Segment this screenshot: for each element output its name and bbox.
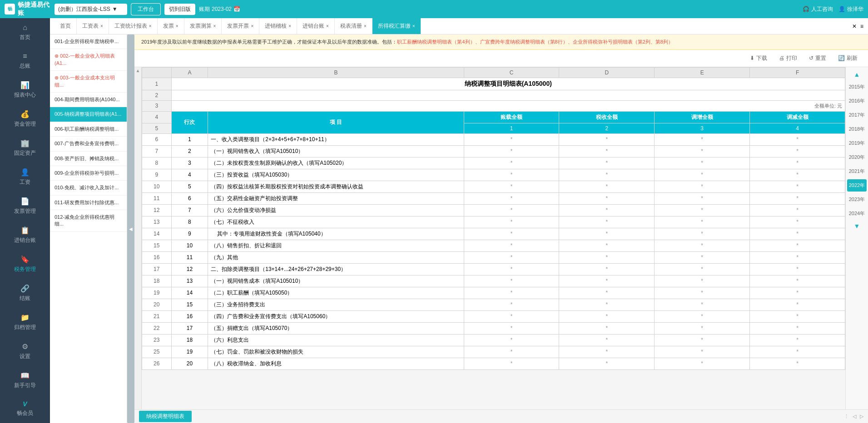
calendar-icon[interactable]: 📅 [233, 6, 240, 12]
c4-8[interactable]: * [750, 216, 845, 228]
c4-1[interactable]: * [750, 133, 845, 145]
c1-6[interactable]: * [464, 192, 559, 204]
download-button[interactable]: ⬇ 下载 [746, 53, 771, 64]
c3-6[interactable]: * [655, 192, 750, 204]
c2-5[interactable]: * [559, 181, 655, 192]
tab-invoice-open-close[interactable]: × [251, 24, 253, 29]
project-14[interactable]: （二）职工薪酬（填写A105050） [208, 287, 464, 299]
year-2021[interactable]: 2021年 [847, 165, 867, 177]
c1-1[interactable]: * [464, 133, 559, 145]
c1-14[interactable]: * [464, 287, 559, 299]
nav-item-011[interactable]: 011-研发费用加计扣除优惠... [50, 196, 127, 210]
c4-20[interactable]: * [750, 358, 845, 369]
sidebar-item-finance[interactable]: 💰 资金管理 [0, 104, 50, 133]
year-2022[interactable]: 2022年 [847, 179, 867, 192]
tab-inout-close[interactable]: × [326, 24, 329, 29]
c2-6[interactable]: * [559, 192, 655, 204]
project-12[interactable]: 二、扣除类调整项目（13+14+...24+26+27+28+29+30） [208, 263, 464, 275]
c2-16[interactable]: * [559, 310, 655, 322]
project-5[interactable]: （四）按权益法核算长期股权投资对初始投资成本调整确认收益 [208, 181, 464, 192]
sidebar-item-tax[interactable]: 🔖 税务管理 [0, 250, 50, 279]
c1-9[interactable]: * [464, 228, 559, 240]
c2-2[interactable]: * [559, 145, 655, 157]
project-4[interactable]: （三）投资收益（填写A105030） [208, 169, 464, 181]
project-11[interactable]: （九）其他 [208, 251, 464, 263]
tab-invoice-close[interactable]: × [176, 24, 179, 29]
spreadsheet-scroll[interactable]: A B C D E F [142, 67, 845, 410]
sidebar-item-home[interactable]: ⌂ 首页 [0, 18, 50, 47]
c2-9[interactable]: * [559, 228, 655, 240]
c3-10[interactable]: * [655, 240, 750, 251]
c3-9[interactable]: * [655, 228, 750, 240]
sidebar-item-assets[interactable]: 🏢 固定资产 [0, 133, 50, 162]
c3-3[interactable]: * [655, 157, 750, 169]
c4-17[interactable]: * [750, 322, 845, 334]
c3-17[interactable]: * [655, 322, 750, 334]
c4-18[interactable]: * [750, 334, 845, 346]
c1-7[interactable]: * [464, 204, 559, 216]
c4-3[interactable]: * [750, 157, 845, 169]
c4-11[interactable]: * [750, 251, 845, 263]
year-nav-up[interactable]: ▲ [852, 69, 862, 80]
sidebar-item-payroll[interactable]: 👤 工资 [0, 162, 50, 192]
c2-3[interactable]: * [559, 157, 655, 169]
c3-5[interactable]: * [655, 181, 750, 192]
c3-18[interactable]: * [655, 334, 750, 346]
refresh-button[interactable]: 🔄 刷新 [834, 53, 861, 64]
c1-13[interactable]: * [464, 275, 559, 287]
c3-14[interactable]: * [655, 287, 750, 299]
c1-4[interactable]: * [464, 169, 559, 181]
sidebar-item-ledger[interactable]: ≡ 总账 [0, 47, 50, 75]
tab-invoice-calc[interactable]: 发票测算 × [184, 18, 222, 34]
nav-item-008[interactable]: 008-资产折旧、摊销及纳税... [50, 152, 127, 166]
c4-2[interactable]: * [750, 145, 845, 157]
tab-payroll[interactable]: 工资表 × [77, 18, 109, 34]
scroll-right[interactable]: ▷ [860, 413, 863, 419]
c4-12[interactable]: * [750, 263, 845, 275]
c4-13[interactable]: * [750, 275, 845, 287]
c3-20[interactable]: * [655, 358, 750, 369]
project-13[interactable]: （一）视同销售成本（填写A105010） [208, 275, 464, 287]
tab-close-all[interactable]: ✕ [852, 23, 857, 30]
c1-17[interactable]: * [464, 322, 559, 334]
c3-8[interactable]: * [655, 216, 750, 228]
c1-8[interactable]: * [464, 216, 559, 228]
c4-5[interactable]: * [750, 181, 845, 192]
c2-19[interactable]: * [559, 346, 655, 358]
sidebar-item-close[interactable]: 🔗 结账 [0, 279, 50, 308]
sidebar-item-guide[interactable]: 📖 新手引导 [0, 366, 50, 395]
project-20[interactable]: （八）税收滞纳金、加收利息 [208, 358, 464, 369]
year-2020[interactable]: 2020年 [847, 151, 867, 163]
c1-18[interactable]: * [464, 334, 559, 346]
tab-menu[interactable]: ≡ [860, 23, 863, 30]
project-7[interactable]: （六）公允价值变动净损益 [208, 204, 464, 216]
sidebar-item-archive[interactable]: 📁 归档管理 [0, 308, 50, 337]
c4-15[interactable]: * [750, 299, 845, 310]
c4-14[interactable]: * [750, 287, 845, 299]
workbench-button[interactable]: 工作台 [131, 3, 161, 15]
sidebar-item-invoice[interactable]: 📄 发票管理 [0, 192, 50, 221]
c2-13[interactable]: * [559, 275, 655, 287]
tab-check-close[interactable]: × [288, 24, 291, 29]
sidebar-item-sales[interactable]: 📋 进销台账 [0, 221, 50, 250]
c2-1[interactable]: * [559, 133, 655, 145]
c1-12[interactable]: * [464, 263, 559, 275]
nav-item-003[interactable]: ⊗ 003-一般企业成本支出明细... [50, 71, 127, 93]
tab-taxlist[interactable]: 税表清册 × [335, 18, 372, 34]
sidebar-item-settings[interactable]: ⚙ 设置 [0, 337, 50, 366]
year-2024[interactable]: 2024年 [847, 207, 867, 220]
c3-19[interactable]: * [655, 346, 750, 358]
nav-item-005[interactable]: 005-纳税调整项目明细表(A1... [50, 107, 127, 122]
c4-16[interactable]: * [750, 310, 845, 322]
project-2[interactable]: （一）视同销售收入（填写A105010） [208, 145, 464, 157]
c1-5[interactable]: * [464, 181, 559, 192]
nav-item-004[interactable]: 004-期间费用明细表(A1040... [50, 93, 127, 107]
c2-14[interactable]: * [559, 287, 655, 299]
tab-payroll-close[interactable]: × [100, 24, 103, 29]
nav-item-002[interactable]: ⊗ 002-一般企业收入明细表(A1... [50, 49, 127, 71]
c2-7[interactable]: * [559, 204, 655, 216]
nav-item-012[interactable]: 012-减免企业所得税优惠明细... [50, 210, 127, 232]
year-2016[interactable]: 2016年 [847, 95, 867, 107]
c4-9[interactable]: * [750, 228, 845, 240]
c2-10[interactable]: * [559, 240, 655, 251]
